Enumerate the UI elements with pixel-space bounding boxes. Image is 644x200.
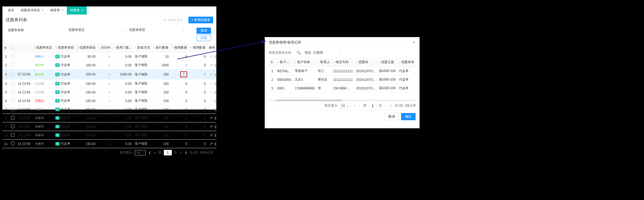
row-custname: 北京1 [293, 75, 316, 84]
table-row[interactable]: 6 14 23:59 已终止 代代金券 150.00 -- 0.00 客户领取 … [2, 97, 216, 105]
th-use[interactable]: ⇅使用数量 [189, 43, 207, 52]
receive-count-link[interactable]: 1 [185, 63, 187, 67]
table-row[interactable]: 11 14 23:59 待发布 代代金券 150.00 -- 0.00 客户领取… [2, 140, 216, 148]
table-row[interactable]: 4 14 23:59 已过期 代代金券 150.00 -- 0.00 客户领取 … [2, 79, 216, 88]
distribute-coupon-button[interactable]: ☰ 发放优惠券 [160, 17, 186, 23]
table-row[interactable]: 10 14 23:59 待发布 代代金券 150.00 -- 0.00 客户领取… [2, 131, 216, 140]
checkbox[interactable] [11, 142, 14, 145]
checkbox[interactable] [11, 90, 14, 94]
modal-status-select[interactable]: 已使用⌄ [313, 50, 340, 55]
th-distribution[interactable]: ⇅发放方式 [133, 43, 152, 52]
use-count-link[interactable]: 1 [204, 72, 206, 76]
checkbox[interactable] [11, 82, 14, 85]
th-status[interactable]: ⇅优惠券状态 [32, 43, 54, 52]
checkbox[interactable] [11, 125, 14, 128]
qrcode-icon[interactable]: ▥ [214, 63, 216, 67]
close-icon[interactable]: ✕ [42, 9, 44, 12]
close-icon[interactable]: ✕ [61, 9, 64, 12]
th-code[interactable]: ⇅优惠码 [354, 58, 377, 67]
table-row[interactable]: 7 14 23:59 待发布 代代金券 150.00 -- 0.00 客户领取 … [2, 105, 216, 114]
qrcode-icon[interactable]: ▥ [214, 107, 216, 111]
th-checkbox[interactable] [9, 43, 16, 52]
th-receive[interactable]: ⇅领用数量 [170, 43, 189, 52]
tab-sales-order[interactable]: 销货单✕ [47, 6, 67, 14]
cancel-button[interactable]: 取消 [384, 113, 399, 120]
qrcode-icon[interactable]: ▥ [214, 133, 216, 137]
share-icon[interactable]: ↗ [210, 72, 213, 77]
per-page-select[interactable]: 50 ⌄ [340, 103, 351, 108]
qrcode-icon[interactable]: ▥ [214, 72, 216, 77]
next-page-button[interactable]: › [384, 104, 387, 108]
confirm-button[interactable]: 确定 [401, 113, 416, 120]
modal-search-input[interactable] [269, 51, 296, 54]
table-row[interactable]: 3 0001 17666666666 张 156 6666 ... 201912… [269, 84, 416, 93]
qrcode-icon[interactable]: ▥ [214, 54, 216, 59]
checkbox[interactable] [11, 72, 14, 76]
checkbox[interactable] [11, 133, 14, 137]
th-subject[interactable]: ⇅优惠主题 [377, 58, 397, 67]
qrcode-icon[interactable]: ▥ [214, 116, 216, 120]
table-row[interactable]: 1 待执行 代代金券 50.00 -- 0.00 客户领取 10 0 0 ↗▥ [2, 52, 216, 61]
next-page-button[interactable]: › [179, 151, 182, 155]
th-phone[interactable]: ⇅电话号码 [332, 58, 354, 67]
first-page-button[interactable]: ⟪ [353, 104, 356, 108]
prev-page-button[interactable]: ‹ [358, 104, 361, 108]
search-icon[interactable]: 🔍 [297, 51, 301, 55]
checkbox[interactable] [11, 63, 14, 67]
table-row[interactable]: 3 07 23:59 执行中 代代金券 200.00 -- 1000.00 客户… [2, 70, 216, 79]
table-row[interactable]: 2 00010001 北京1 唐先生 11111111111 20191207O… [269, 75, 416, 84]
th-gear[interactable]: ⚙ [269, 58, 276, 67]
checkbox[interactable] [11, 46, 14, 49]
share-icon[interactable]: ↗ [210, 63, 213, 67]
coupon-name-input[interactable] [26, 28, 63, 33]
search-button[interactable]: 查询 [197, 28, 211, 34]
th-threshold[interactable]: ⇅使用门槛... [112, 43, 133, 52]
qrcode-icon[interactable]: ▥ [214, 82, 216, 86]
checkbox[interactable] [11, 99, 14, 102]
checkbox[interactable] [11, 116, 14, 119]
qrcode-icon[interactable]: ▥ [214, 99, 216, 103]
row-distribution: 客户领取 [133, 88, 152, 97]
per-page-select[interactable]: 50 ⌄ [135, 150, 146, 155]
checkbox[interactable] [11, 107, 14, 111]
th-issue[interactable]: ⇅发行数量 [152, 43, 170, 52]
row-distribution: 客户领取 [133, 105, 152, 114]
page-input[interactable] [164, 150, 172, 155]
th-discount[interactable]: ⇅折扣% [97, 43, 112, 52]
page-input[interactable] [369, 103, 377, 108]
coupon-type-select[interactable]: ⌄ [147, 28, 184, 31]
th-ctype[interactable]: ⇅优惠券类 [397, 58, 416, 67]
th-gear[interactable]: ⚙ [2, 43, 9, 52]
first-page-button[interactable]: ⟪ [148, 151, 151, 155]
close-icon[interactable]: ✕ [81, 9, 83, 12]
th-contact[interactable]: ⇅联系人 [316, 58, 332, 67]
prev-page-button[interactable]: ‹ [154, 151, 156, 155]
table-row[interactable]: 1 RETAIL... 零散客户 张三 11111111111 20191207… [269, 67, 416, 75]
close-icon[interactable]: ✕ [412, 40, 416, 45]
tab-coupon-detail[interactable]: 优惠券详情页✕ [17, 6, 47, 14]
table-row[interactable]: 8 14 23:59 待发布 代代金券 150.00 -- 0.00 客户领取 … [2, 114, 216, 122]
last-page-button[interactable]: ⟫ [389, 104, 392, 108]
th-type[interactable]: ⇅优惠券类型 [54, 43, 75, 52]
receive-count-highlighted[interactable]: 3 [180, 71, 187, 77]
add-coupon-button[interactable]: + 新增优惠券 [188, 17, 213, 23]
th-custname[interactable]: ⇅客户名称 [293, 58, 316, 67]
qrcode-icon[interactable]: ▥ [214, 90, 216, 94]
setting-button[interactable]: 设置 [197, 35, 211, 41]
row-subject: 满1000-100 [377, 67, 397, 75]
table-row[interactable]: 5 14 23:59 已过期 代代金券 150.00 -- 0.00 客户领取 … [2, 88, 216, 97]
filter-buttons: 查询 设置 [197, 28, 211, 41]
tab-coupon[interactable]: 优惠券✕ [67, 6, 87, 14]
th-custno[interactable]: ⇅客户... [276, 58, 293, 67]
table-row[interactable]: 9 14 23:59 待发布 代代金券 150.00 -- 0.00 客户领取 … [2, 122, 216, 131]
qrcode-icon[interactable]: ▥ [214, 125, 216, 129]
coupon-status-select[interactable]: ⌄ [86, 28, 124, 31]
tab-home[interactable]: 首页 [5, 6, 17, 14]
share-icon[interactable]: ↗ [210, 54, 213, 59]
table-row[interactable]: 2 执行中 代代金券 100.00 -- 0.00 客户领取 1000 1 0 … [2, 61, 216, 70]
checkbox[interactable] [11, 54, 14, 58]
last-page-button[interactable]: ⟫ [184, 151, 188, 155]
horizontal-scrollbar[interactable] [269, 100, 416, 101]
qrcode-icon[interactable]: ▥ [214, 142, 216, 146]
th-face[interactable]: ⇅优惠券面值 [75, 43, 97, 52]
